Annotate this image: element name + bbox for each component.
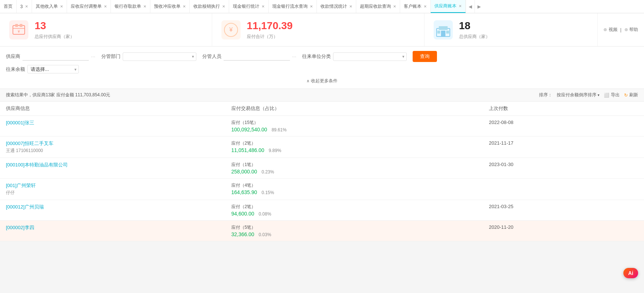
nav-tab-ar-ap-adjust-label: 应收应付调整单 — [71, 3, 102, 10]
person-dots-icon[interactable]: ··· — [292, 54, 297, 59]
tx-amount[interactable]: 258,000.00 — [231, 169, 257, 175]
supplier-link[interactable]: [000001]张三 — [6, 120, 34, 125]
category-select[interactable] — [333, 52, 407, 61]
summary-card-total-suppliers: 18 总供应商（家） — [424, 13, 598, 46]
nav-tab-receipt-exec[interactable]: 收款核销执行 ✕ — [190, 0, 229, 13]
nav-prev-arrow[interactable]: ◀ — [466, 0, 475, 13]
tx-amount[interactable]: 100,092,540.00 — [231, 127, 267, 132]
close-icon[interactable]: ✕ — [310, 4, 313, 8]
tx-label: 应付（2笔） — [231, 140, 477, 146]
supplier-table: 供应商信息 应付交易信息（占比） 上次付数 [000001]张三应付（15笔）1… — [0, 101, 644, 241]
close-icon[interactable]: ✕ — [393, 4, 396, 8]
balance-select[interactable]: 请选择... — [27, 65, 79, 73]
close-icon[interactable]: ✕ — [25, 4, 28, 8]
filter-label-balance: 往来余额 — [6, 66, 25, 73]
nav-tab-home[interactable]: 首页 — [0, 0, 17, 13]
tx-label: 应付（4笔） — [231, 182, 477, 189]
card-value-payable-total: 11,170.39 — [247, 20, 293, 32]
help-link[interactable]: ⊙ 帮助 — [624, 27, 638, 33]
video-link[interactable]: ⊙ 视频 — [603, 27, 617, 33]
last-date-value: 2022-08-08 — [489, 120, 514, 125]
refresh-button[interactable]: ↻ 刷新 — [624, 92, 638, 98]
card-info-total-suppliers: 18 总供应商（家） — [459, 20, 490, 40]
supplier-link[interactable]: [001]广州荣轩 — [6, 183, 36, 188]
table-row: [000002]李四应付（5笔）32,366.000.03%2020-11-20 — [0, 221, 644, 241]
nav-tab-other-income[interactable]: 其他收入单 ✕ — [32, 0, 67, 13]
last-date-value: 2021-03-25 — [489, 204, 514, 209]
last-date-value: 2023-01-30 — [489, 162, 514, 167]
tx-amount[interactable]: 32,366.00 — [231, 231, 254, 237]
nav-tab-supplier-ledger[interactable]: 供应商账本 ✕ — [431, 0, 466, 13]
filter-item-dept: 分管部门 — [101, 52, 196, 61]
nav-tab-receipt-stat[interactable]: 收款情况统计 ✕ — [317, 0, 356, 13]
nav-tab-other-income-label: 其他收入单 — [36, 3, 58, 10]
dept-select-wrap — [123, 52, 196, 61]
tx-label: 应付（2笔） — [231, 204, 477, 210]
nav-tab-cash-flow-label: 现金银行流水查询 — [272, 3, 308, 10]
tx-cell: 应付（2笔）94,600.000.08% — [225, 200, 483, 221]
filter-item-supplier: 供应商 ··· — [6, 52, 95, 61]
supplier-cell: [000012]广州贝瑞 — [0, 200, 225, 221]
export-button[interactable]: ⬜ 导出 — [604, 92, 620, 98]
close-icon[interactable]: ✕ — [424, 4, 427, 8]
summary-bar: ¥ 13 总应付供应商（家） ¥ 11,170.39 应付合计（万） — [0, 13, 644, 46]
close-icon[interactable]: ✕ — [262, 4, 265, 8]
close-icon[interactable]: ✕ — [222, 4, 225, 8]
nav-tab-ar-ap-adjust[interactable]: 应收应付调整单 ✕ — [67, 0, 111, 13]
close-icon[interactable]: ✕ — [143, 4, 146, 8]
tx-amount[interactable]: 164,635.90 — [231, 189, 257, 195]
close-icon[interactable]: ✕ — [183, 4, 186, 8]
close-icon[interactable]: ✕ — [60, 4, 63, 8]
supplier-link[interactable]: [000002]李四 — [6, 225, 34, 230]
close-icon[interactable]: ✕ — [349, 4, 352, 8]
tx-amount[interactable]: 94,600.00 — [231, 211, 254, 217]
card-label-payable-total: 应付合计（万） — [247, 34, 293, 40]
col-header-supplier: 供应商信息 — [0, 101, 225, 116]
summary-card-payable-suppliers: ¥ 13 总应付供应商（家） — [0, 13, 212, 46]
supplier-link[interactable]: [000007]恒旺二手叉车 — [6, 141, 53, 146]
dept-select[interactable] — [123, 52, 196, 61]
supplier-cell: [000001]张三 — [0, 116, 225, 137]
nav-tab-bank-deposit-label: 银行存取款单 — [115, 3, 141, 10]
tx-label: 应付（1笔） — [231, 162, 477, 168]
nav-tab-cash-stat[interactable]: 现金银行统计 ✕ — [229, 0, 269, 13]
close-icon[interactable]: ✕ — [459, 4, 462, 8]
nav-tab-overdue-ar[interactable]: 超期应收款查询 ✕ — [356, 0, 400, 13]
tx-pct: 9.89% — [269, 148, 281, 153]
nav-tab-3[interactable]: 3 ✕ — [17, 0, 32, 13]
query-button[interactable]: 查询 — [413, 51, 437, 62]
nav-tab-customer-ledger[interactable]: 客户账本 ✕ — [400, 0, 431, 13]
supplier-dots-icon[interactable]: ··· — [91, 54, 95, 59]
supplier-data-table: 供应商信息 应付交易信息（占比） 上次付数 [000001]张三应付（15笔）1… — [0, 101, 644, 241]
result-actions: 排序： 按应付余额倒序排序 ▾ ⬜ 导出 ↻ 刷新 — [539, 92, 638, 98]
filter-label-person: 分管人员 — [202, 53, 221, 60]
top-navigation: 首页 3 ✕ 其他收入单 ✕ 应收应付调整单 ✕ 银行存取款单 ✕ 预收冲应收单… — [0, 0, 644, 13]
table-row: [000007]恒旺二手叉车王通 17106110000应付（2笔）11,051… — [0, 137, 644, 158]
person-input[interactable] — [224, 52, 290, 61]
svg-rect-11 — [439, 26, 448, 30]
filter-bar: 供应商 ··· 分管部门 分管人员 ··· 往来单位分类 — [0, 46, 644, 89]
supplier-input[interactable] — [22, 52, 89, 61]
tx-pct: 0.03% — [259, 232, 271, 237]
supplier-cell: [000007]恒旺二手叉车王通 17106110000 — [0, 137, 225, 158]
nav-tab-customer-ledger-label: 客户账本 — [404, 3, 421, 10]
tx-pct: 0.23% — [262, 169, 274, 175]
collapse-button[interactable]: 收起更多条件 — [307, 78, 337, 84]
nav-tab-bank-deposit[interactable]: 银行存取款单 ✕ — [111, 0, 150, 13]
nav-next-arrow[interactable]: ▶ — [475, 0, 483, 13]
nav-tab-home-label: 首页 — [4, 3, 13, 10]
svg-rect-3 — [20, 24, 22, 27]
nav-tab-receipt-stat-label: 收款情况统计 — [321, 3, 347, 10]
nav-tab-prepay-ar[interactable]: 预收冲应收单 ✕ — [150, 0, 190, 13]
supplier-link[interactable]: [000012]广州贝瑞 — [6, 204, 44, 210]
last-date-cell: 2023-01-30 — [483, 158, 644, 179]
tx-cell: 应付（15笔）100,092,540.0089.61% — [225, 116, 483, 137]
filter-row-1: 供应商 ··· 分管部门 分管人员 ··· 往来单位分类 — [6, 51, 638, 62]
close-icon[interactable]: ✕ — [104, 4, 107, 8]
tx-pct: 0.15% — [262, 190, 274, 195]
tx-amount[interactable]: 11,051,486.00 — [231, 147, 265, 153]
sort-select[interactable]: 按应付余额倒序排序 ▾ — [557, 92, 599, 98]
supplier-link[interactable]: [000100]本特勤油品有限公司 — [6, 162, 68, 168]
svg-rect-14 — [446, 31, 449, 34]
nav-tab-cash-flow[interactable]: 现金银行流水查询 ✕ — [269, 0, 317, 13]
